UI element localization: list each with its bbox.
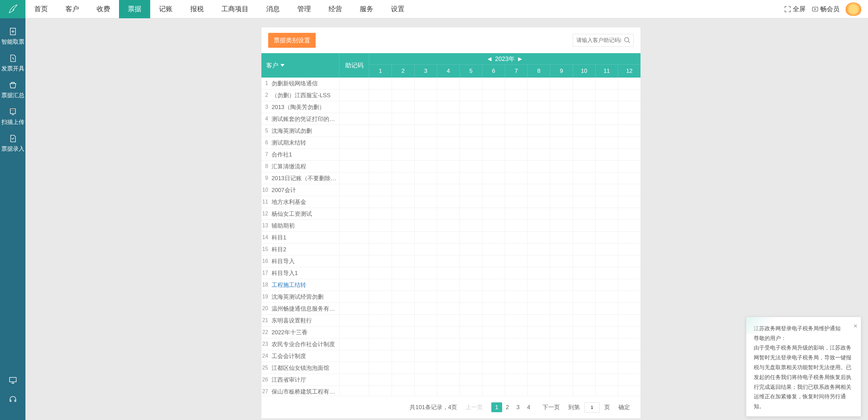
- cell[interactable]: [505, 113, 528, 125]
- cell[interactable]: [482, 161, 505, 172]
- cell[interactable]: [415, 137, 437, 148]
- cell[interactable]: [596, 315, 618, 326]
- close-icon[interactable]: ×: [853, 320, 857, 332]
- nav-经营[interactable]: 经营: [320, 0, 351, 18]
- cell[interactable]: [505, 125, 528, 136]
- year-next-icon[interactable]: ▶: [518, 56, 522, 62]
- cell[interactable]: [596, 232, 618, 243]
- code-cell[interactable]: [339, 113, 369, 125]
- cell[interactable]: [415, 196, 437, 208]
- code-cell[interactable]: [339, 125, 369, 136]
- cell[interactable]: [573, 315, 596, 326]
- cell[interactable]: [505, 220, 528, 231]
- customer-name[interactable]: 科目1: [270, 234, 339, 241]
- sidebar-item-0[interactable]: 智能取票: [1, 23, 24, 50]
- cell[interactable]: [460, 338, 482, 350]
- cell[interactable]: [369, 338, 392, 350]
- code-cell[interactable]: [339, 196, 369, 208]
- cell[interactable]: [437, 161, 460, 172]
- code-cell[interactable]: [339, 255, 369, 267]
- cell[interactable]: [505, 244, 528, 255]
- cell[interactable]: [437, 327, 460, 338]
- cell[interactable]: [505, 374, 528, 385]
- cell[interactable]: [369, 374, 392, 385]
- cell[interactable]: [392, 386, 415, 396]
- cell[interactable]: [596, 101, 618, 113]
- cell[interactable]: [415, 244, 437, 255]
- cell[interactable]: [550, 184, 573, 196]
- cell[interactable]: [482, 374, 505, 385]
- cell[interactable]: [573, 137, 596, 148]
- cell[interactable]: [460, 291, 482, 302]
- cell[interactable]: [505, 303, 528, 314]
- cell[interactable]: [573, 255, 596, 267]
- cell[interactable]: [392, 244, 415, 255]
- month-9[interactable]: 9: [550, 65, 573, 78]
- cell[interactable]: [596, 208, 618, 219]
- cell[interactable]: [437, 267, 460, 279]
- customer-name[interactable]: 江都区仙女镇泡泡面馆: [270, 364, 339, 372]
- cell[interactable]: [528, 255, 550, 267]
- cell[interactable]: [369, 303, 392, 314]
- cell[interactable]: [482, 196, 505, 208]
- cell[interactable]: [392, 208, 415, 219]
- code-cell[interactable]: [339, 303, 369, 314]
- cell[interactable]: [482, 279, 505, 291]
- cell[interactable]: [550, 362, 573, 374]
- cell[interactable]: [369, 220, 392, 231]
- customer-name[interactable]: 江西省审计厅: [270, 376, 339, 384]
- cell[interactable]: [550, 291, 573, 302]
- cell[interactable]: [369, 386, 392, 396]
- code-cell[interactable]: [339, 137, 369, 148]
- cell[interactable]: [460, 303, 482, 314]
- cell[interactable]: [460, 125, 482, 136]
- cell[interactable]: [415, 125, 437, 136]
- cell[interactable]: [369, 315, 392, 326]
- month-2[interactable]: 2: [392, 65, 415, 78]
- cell[interactable]: [437, 89, 460, 101]
- cell[interactable]: [482, 184, 505, 196]
- cell[interactable]: [550, 125, 573, 136]
- customer-name[interactable]: 测试期末结转: [270, 139, 339, 147]
- cell[interactable]: [437, 303, 460, 314]
- customer-name[interactable]: 沈海英测试经营勿删: [270, 293, 339, 301]
- code-cell[interactable]: [339, 386, 369, 396]
- cell[interactable]: [596, 279, 618, 291]
- code-cell[interactable]: [339, 267, 369, 279]
- code-cell[interactable]: [339, 208, 369, 219]
- cell[interactable]: [482, 149, 505, 160]
- month-7[interactable]: 7: [505, 65, 528, 78]
- cell[interactable]: [369, 113, 392, 125]
- cell[interactable]: [369, 232, 392, 243]
- cell[interactable]: [392, 232, 415, 243]
- cell[interactable]: [550, 78, 573, 89]
- cell[interactable]: [573, 149, 596, 160]
- cell[interactable]: [415, 374, 437, 385]
- cell[interactable]: [415, 338, 437, 350]
- cell[interactable]: [573, 291, 596, 302]
- sidebar-item-3[interactable]: 扫描上传: [1, 103, 24, 130]
- cell[interactable]: [437, 113, 460, 125]
- customer-name[interactable]: 工会会计制度: [270, 352, 339, 360]
- cell[interactable]: [415, 291, 437, 302]
- cell[interactable]: [596, 374, 618, 385]
- cell[interactable]: [573, 113, 596, 125]
- cell[interactable]: [618, 161, 640, 172]
- cell[interactable]: [573, 386, 596, 396]
- cell[interactable]: [550, 386, 573, 396]
- cell[interactable]: [369, 101, 392, 113]
- cell[interactable]: [573, 350, 596, 362]
- cell[interactable]: [550, 244, 573, 255]
- cell[interactable]: [618, 232, 640, 243]
- cell[interactable]: [482, 113, 505, 125]
- cell[interactable]: [460, 101, 482, 113]
- code-cell[interactable]: [339, 232, 369, 243]
- customer-name[interactable]: 温州畅捷通信息服务有限公司: [270, 305, 339, 313]
- customer-name[interactable]: 合作社1: [270, 151, 339, 159]
- cell[interactable]: [415, 184, 437, 196]
- cell[interactable]: [618, 291, 640, 302]
- month-8[interactable]: 8: [528, 65, 550, 78]
- cell[interactable]: [596, 113, 618, 125]
- cell[interactable]: [460, 350, 482, 362]
- cell[interactable]: [415, 267, 437, 279]
